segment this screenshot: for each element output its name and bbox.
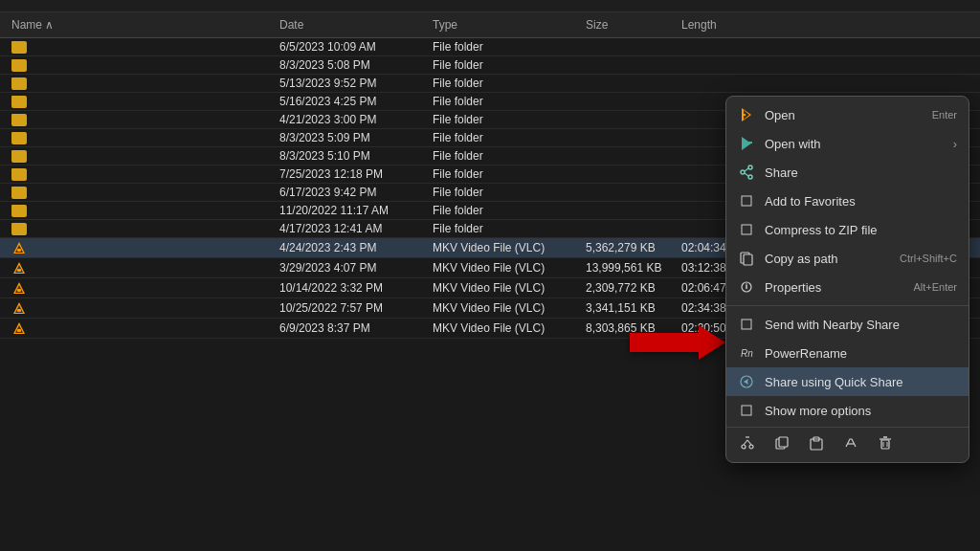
menu-label-add-favorites: Add to Favorites — [765, 194, 856, 209]
table-row[interactable]: 8/3/2023 5:08 PM File folder — [0, 56, 980, 75]
svg-rect-33 — [742, 320, 751, 329]
svg-rect-27 — [742, 225, 751, 234]
date-cell: 3/29/2023 4:07 PM — [276, 261, 429, 275]
svg-rect-36 — [742, 406, 751, 415]
folder-icon — [11, 205, 27, 217]
svg-rect-18 — [743, 114, 746, 116]
menu-label-copy-path: Copy as path — [765, 252, 838, 266]
rename-icon[interactable] — [841, 433, 860, 452]
vlc-icon — [11, 260, 27, 276]
paste-icon[interactable] — [807, 433, 826, 452]
svg-rect-8 — [17, 289, 21, 292]
type-cell: File folder — [429, 40, 582, 54]
svg-rect-5 — [17, 269, 21, 272]
size-cell: 3,341,151 KB — [582, 301, 678, 315]
date-cell: 11/20/2022 11:17 AM — [276, 204, 429, 217]
type-cell: MKV Video File (VLC) — [429, 301, 582, 315]
vlc-icon — [11, 320, 27, 336]
vlc-icon — [11, 300, 27, 316]
type-cell: File folder — [429, 222, 582, 235]
menu-item-share[interactable]: Share — [726, 158, 969, 187]
size-cell: 2,309,772 KB — [582, 281, 678, 295]
menu-icon-add-favorites — [738, 192, 755, 209]
menu-item-properties[interactable]: Properties Alt+Enter — [726, 273, 969, 301]
menu-divider — [726, 305, 969, 306]
menu-item-more-options[interactable]: Show more options — [726, 396, 969, 425]
menu-label-share: Share — [765, 165, 798, 180]
svg-rect-2 — [17, 249, 21, 252]
size-cell: 13,999,561 KB — [582, 261, 678, 275]
type-cell: File folder — [429, 113, 582, 126]
menu-label-nearby-share: Send with Nearby Share — [765, 318, 900, 332]
menu-icon-share — [738, 164, 755, 181]
menu-item-add-favorites[interactable]: Add to Favorites — [726, 187, 969, 215]
svg-point-38 — [749, 445, 753, 449]
file-name-cell — [8, 280, 276, 296]
date-cell: 4/24/2023 2:43 PM — [276, 241, 429, 254]
date-cell: 5/16/2023 4:25 PM — [276, 95, 429, 108]
menu-label-quick-share: Share using Quick Share — [765, 375, 903, 389]
col-date: Date — [276, 16, 429, 33]
svg-point-37 — [742, 445, 746, 449]
table-header: Name ∧ Date Type Size Length — [0, 12, 980, 38]
menu-icon-copy-path — [738, 250, 755, 267]
type-cell: File folder — [429, 77, 582, 90]
file-name-cell — [8, 150, 276, 163]
type-cell: File folder — [429, 204, 582, 217]
col-type: Type — [429, 16, 582, 33]
menu-icon-power-rename: Rn — [738, 344, 755, 362]
file-name-cell — [8, 96, 276, 108]
menu-icon-quick-share — [738, 373, 755, 390]
svg-marker-15 — [630, 325, 725, 360]
type-cell: MKV Video File (VLC) — [429, 261, 582, 275]
date-cell: 4/21/2023 3:00 PM — [276, 113, 429, 126]
file-name-cell — [8, 114, 276, 126]
type-cell: MKV Video File (VLC) — [429, 281, 582, 295]
file-name-cell — [8, 59, 276, 72]
red-arrow — [630, 325, 725, 360]
type-cell: MKV Video File (VLC) — [429, 321, 582, 335]
menu-icon-nearby-share — [738, 316, 755, 333]
menu-item-nearby-share[interactable]: Send with Nearby Share — [726, 310, 969, 339]
menu-item-compress-zip[interactable]: Compress to ZIP file — [726, 215, 969, 244]
svg-rect-29 — [744, 254, 752, 265]
svg-rect-20 — [748, 142, 752, 143]
col-size: Size — [582, 16, 678, 33]
svg-point-21 — [748, 165, 752, 169]
menu-item-open[interactable]: Open Enter — [726, 100, 969, 129]
shortcut-open: Enter — [932, 109, 957, 121]
shortcut-copy-path: Ctrl+Shift+C — [900, 253, 957, 264]
menu-item-copy-path[interactable]: Copy as path Ctrl+Shift+C — [726, 244, 969, 273]
type-cell: MKV Video File (VLC) — [429, 241, 582, 254]
delete-icon[interactable] — [876, 433, 895, 452]
date-cell: 8/3/2023 5:09 PM — [276, 131, 429, 144]
col-length: Length — [678, 16, 754, 33]
date-cell: 10/25/2022 7:57 PM — [276, 301, 429, 315]
type-cell: File folder — [429, 186, 582, 199]
type-cell: File folder — [429, 131, 582, 144]
table-row[interactable]: 6/5/2023 10:09 AM File folder — [0, 38, 980, 56]
col-name: Name ∧ — [8, 16, 276, 33]
file-name-cell — [8, 77, 276, 90]
svg-point-32 — [746, 283, 747, 285]
svg-rect-26 — [742, 196, 751, 206]
folder-icon — [11, 168, 27, 181]
file-name-cell — [8, 240, 276, 255]
menu-item-power-rename[interactable]: Rn PowerRename — [726, 339, 969, 367]
date-cell: 6/9/2023 8:37 PM — [276, 321, 429, 335]
menu-icon-properties — [738, 278, 755, 296]
size-cell: 5,362,279 KB — [582, 241, 678, 254]
date-cell: 4/17/2023 12:41 AM — [276, 222, 429, 235]
file-name-cell — [8, 168, 276, 181]
menu-icon-more-options — [738, 402, 755, 419]
copy-icon[interactable] — [772, 433, 791, 452]
folder-icon — [11, 96, 27, 108]
file-name-cell — [8, 132, 276, 144]
file-name-cell — [8, 223, 276, 235]
menu-item-open-with[interactable]: Open with › — [726, 129, 969, 158]
cut-icon[interactable] — [738, 433, 757, 452]
folder-icon — [11, 77, 27, 90]
table-row[interactable]: 5/13/2023 9:52 PM File folder — [0, 75, 980, 93]
menu-item-quick-share[interactable]: Share using Quick Share — [726, 367, 969, 396]
date-cell: 10/14/2022 3:32 PM — [276, 281, 429, 295]
